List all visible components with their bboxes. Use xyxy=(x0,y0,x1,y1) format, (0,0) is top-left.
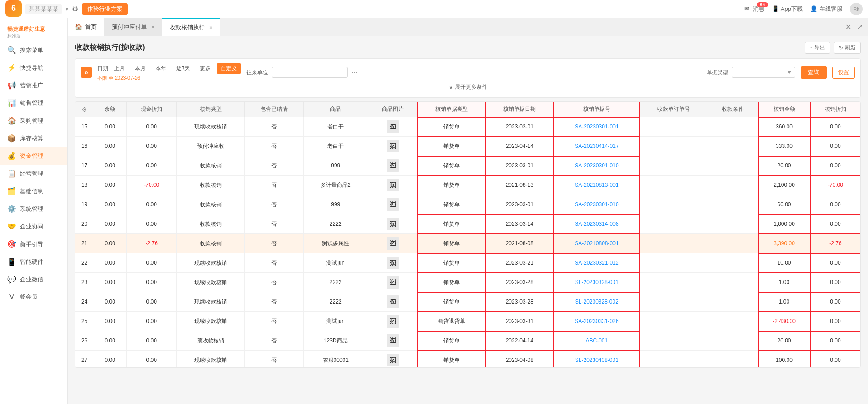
tab-prepay-close[interactable]: × xyxy=(151,24,155,30)
sidebar-item-enterprise[interactable]: 🤝 企业协同 xyxy=(0,218,67,235)
cell-receipt-cond xyxy=(708,253,758,273)
tab-receipt-close[interactable]: × xyxy=(209,24,212,31)
tab-prepay[interactable]: 预付冲应付单 × xyxy=(104,18,162,36)
company-chevron-icon[interactable]: ▾ xyxy=(66,6,68,12)
filter-this-year-btn[interactable]: 本年 xyxy=(151,63,170,74)
sidebar-item-inventory[interactable]: 📦 库存核算 xyxy=(0,129,67,147)
th-balance: 余额 xyxy=(94,102,127,117)
cell-cancel-amount: 360.00 xyxy=(758,117,811,137)
cell-cancel-amount-val: 3,390.00 xyxy=(774,240,795,247)
cell-cancel-discount: 0.00 xyxy=(810,351,860,368)
page-header: 收款核销执行(按收款) ↑ 导出 ↻ 刷新 xyxy=(75,42,861,54)
top-bar-left: 6 某某某某某 ▾ ⚙ 体验行业方案 xyxy=(5,0,740,18)
sidebar-item-finance[interactable]: 💰 资金管理 xyxy=(0,147,67,165)
tab-restore-button[interactable]: ⤢ xyxy=(855,21,864,33)
filter-more-btn[interactable]: 更多 xyxy=(196,63,215,74)
goods-image-thumb: 🖼 xyxy=(387,120,399,133)
filter-7days-btn[interactable]: 近7天 xyxy=(172,63,194,74)
th-cancel-voucher-type: 核销单据类型 xyxy=(418,102,486,117)
gear-icon[interactable]: ⚙ xyxy=(81,106,87,113)
message-icon: ✉ xyxy=(744,5,749,12)
cell-balance-val: 0.00 xyxy=(105,318,115,324)
th-cash-discount: 现金折扣 xyxy=(127,102,177,117)
cell-goods: 2222 xyxy=(304,214,368,234)
sidebar-item-sales[interactable]: 📊 销售管理 xyxy=(0,94,67,112)
cell-cancel-voucher-no-link[interactable]: SL-20230328-001 xyxy=(575,279,618,285)
filter-expand-toggle[interactable]: » xyxy=(81,67,92,78)
sidebar-item-system[interactable]: ⚙️ 系统管理 xyxy=(0,200,67,218)
sidebar-item-marketing[interactable]: 📢 营销推广 xyxy=(0,76,67,94)
user-avatar[interactable]: Rit xyxy=(850,3,863,15)
cell-cancel-discount: 0.00 xyxy=(810,331,860,351)
cell-cancel-voucher-no-link[interactable]: SA-20230301-010 xyxy=(575,201,618,208)
cell-cancel-voucher-no-link[interactable]: SA-20230414-017 xyxy=(575,143,618,149)
app-download-btn[interactable]: 📱 App下载 xyxy=(772,5,803,13)
export-button[interactable]: ↑ 导出 xyxy=(805,42,830,54)
cell-cancel-voucher-no-link[interactable]: SA-20230301-010 xyxy=(575,162,618,169)
cell-receipt-order-no xyxy=(640,214,708,234)
filter-voucher-type-select[interactable] xyxy=(732,67,795,78)
tab-home[interactable]: 🏠 首页 xyxy=(68,18,104,36)
cell-cancel-voucher-no-link[interactable]: SA-20230301-001 xyxy=(575,124,618,130)
settings-gear-icon[interactable]: ⚙ xyxy=(72,5,78,13)
expand-more-conditions-btn[interactable]: ∨ 展开更多条件 xyxy=(81,83,855,91)
filter-query-button[interactable]: 查询 xyxy=(801,66,827,79)
cell-cancel-discount-val: -2.76 xyxy=(829,240,841,247)
tab-receipt[interactable]: 收款核销执行 × xyxy=(162,18,220,36)
cell-cancel-voucher-type-val: 销货单 xyxy=(443,337,460,344)
table-row: 160.000.00预付冲应收否老白干🖼销货单2023-04-14SA-2023… xyxy=(75,137,860,156)
sidebar-item-purchase[interactable]: 🏠 采购管理 xyxy=(0,112,67,129)
cell-cancel-amount-val: 360.00 xyxy=(776,124,793,130)
filter-settings-button[interactable]: 设置 xyxy=(832,67,855,79)
sidebar-item-search[interactable]: 🔍 搜索菜单 xyxy=(0,41,67,59)
cell-cancel-voucher-no-link[interactable]: SA-20230321-012 xyxy=(575,260,618,266)
cell-include-settled: 否 xyxy=(245,253,304,273)
sidebar-item-operation[interactable]: 📋 经营管理 xyxy=(0,165,67,182)
cell-cancel-voucher-no-link[interactable]: ABC-001 xyxy=(586,337,608,344)
cell-cancel-voucher-date: 2023-04-08 xyxy=(486,351,553,368)
sidebar-item-hardware[interactable]: 📱 智能硬件 xyxy=(0,253,67,271)
filter-voucher-section: 单据类型 xyxy=(707,67,795,78)
sidebar-item-wechat[interactable]: 💬 企业微信 xyxy=(0,271,67,288)
cell-cancel-voucher-no-link[interactable]: SA-20230314-008 xyxy=(575,221,618,227)
refresh-button[interactable]: ↻ 刷新 xyxy=(834,42,861,54)
sidebar-item-vip[interactable]: V 畅会员 xyxy=(0,288,67,305)
cell-receipt-order-no xyxy=(640,117,708,137)
sidebar-label-search: 搜索菜单 xyxy=(20,46,43,54)
cell-cancel-voucher-date-val: 2023-03-01 xyxy=(506,124,533,130)
cell-cancel-voucher-no-link[interactable]: SA-20230331-026 xyxy=(575,318,618,324)
cell-cancel-voucher-no-link[interactable]: SA-20210813-001 xyxy=(575,182,618,188)
cell-cash-discount: 0.00 xyxy=(127,156,177,176)
row-no: 16 xyxy=(81,143,87,149)
filter-custom-btn[interactable]: 自定义 xyxy=(217,63,241,74)
sidebar-icon-purchase: 🏠 xyxy=(7,116,16,125)
cell-cancel-amount-val: 20.00 xyxy=(778,162,791,169)
row-no: 24 xyxy=(81,299,87,305)
sidebar-item-quick[interactable]: ⚡ 快捷导航 xyxy=(0,59,67,76)
filter-dots[interactable]: ··· xyxy=(351,68,357,76)
online-service-btn[interactable]: 👤 在线客服 xyxy=(810,5,843,13)
sidebar-item-basic[interactable]: 🗂️ 基础信息 xyxy=(0,182,67,200)
th-gear[interactable]: ⚙ xyxy=(75,102,94,117)
filter-this-month-btn[interactable]: 本月 xyxy=(131,63,150,74)
cell-goods: 衣服00001 xyxy=(304,351,368,368)
cell-receipt-order-no xyxy=(640,176,708,195)
cell-cancel-amount: 1.00 xyxy=(758,292,811,312)
cell-cancel-type-val: 预付冲应收 xyxy=(197,143,224,149)
cell-cancel-voucher-date-val: 2022-04-14 xyxy=(506,337,533,344)
filter-last-month-btn[interactable]: 上月 xyxy=(110,63,129,74)
cell-include-settled: 否 xyxy=(245,137,304,156)
tab-close-all-button[interactable]: ✕ xyxy=(844,21,853,33)
cell-cancel-voucher-date: 2021-08-13 xyxy=(486,176,553,195)
cell-cancel-voucher-no-link[interactable]: SA-20210808-001 xyxy=(575,240,618,247)
message-badge[interactable]: ✉ 99+ 消息 xyxy=(744,5,764,13)
sidebar-item-guide[interactable]: 🎯 新手引导 xyxy=(0,235,67,253)
cell-include-settled: 否 xyxy=(245,195,304,214)
tab-receipt-label: 收款核销执行 xyxy=(170,24,205,32)
cell-cancel-voucher-no-link[interactable]: SL-20230328-002 xyxy=(575,299,618,305)
cell-cancel-voucher-no-link[interactable]: SL-20230408-001 xyxy=(575,357,618,363)
cell-no: 27 xyxy=(75,351,94,368)
industry-solution-button[interactable]: 体验行业方案 xyxy=(82,3,128,15)
cell-include-settled-val: 否 xyxy=(271,162,277,169)
filter-partner-input[interactable] xyxy=(272,67,348,78)
